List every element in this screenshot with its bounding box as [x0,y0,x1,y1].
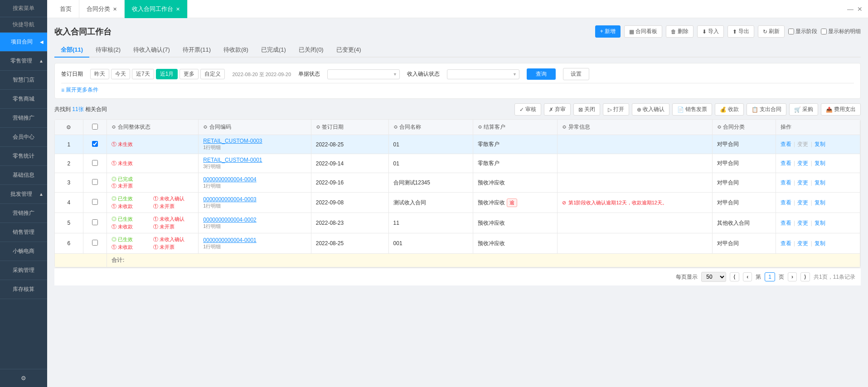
close-icon[interactable]: ✕ [857,5,863,13]
row-checkbox[interactable] [92,179,98,185]
op-复制[interactable]: 复制 [815,179,825,186]
row-checkbox-cell[interactable] [83,193,107,213]
sidebar-item-sales-mgmt[interactable]: 销售管理 [0,223,47,242]
tab-contract-category[interactable]: 合同分类 ✕ [79,0,125,18]
filter-tab-closed[interactable]: 已关闭(0) [292,43,330,58]
date-btn-custom[interactable]: 自定义 [200,69,225,79]
sales-invoice-btn[interactable]: 📄 销售发票 [672,103,712,116]
show-detail-checkbox[interactable]: 显示标的明细 [821,28,861,35]
select-all-checkbox[interactable] [92,124,98,130]
filter-tab-pending-review[interactable]: 待审核(2) [89,43,127,58]
sidebar-item-member[interactable]: 会员中心 [0,128,47,147]
row-code[interactable]: RETAIL_CUSTOM-00031行明细 [199,135,311,154]
first-page-btn[interactable]: ⟨ [730,272,739,281]
import-button[interactable]: ⬇ 导入 [697,25,724,38]
sidebar-item-retail-stats[interactable]: 零售统计 [0,147,47,166]
op-变更[interactable]: 变更 [797,141,808,147]
sidebar-search[interactable]: 搜索菜单 [0,0,47,17]
add-button[interactable]: + 新增 [595,25,621,38]
query-button[interactable]: 查询 [527,68,556,80]
col-header-check[interactable] [83,120,107,135]
op-复制[interactable]: 复制 [815,240,825,247]
expense-contract-btn[interactable]: 📋 支出合同 [747,103,786,116]
contract-code-link[interactable]: RETAIL_CUSTOM-0003 [203,138,262,144]
op-复制[interactable]: 复制 [815,160,825,166]
sidebar-item-marketing[interactable]: 营销推广 [0,109,47,128]
show-phase-checkbox[interactable]: 显示阶段 [788,28,817,35]
row-code[interactable]: RETAIL_CUSTOM-00013行明细 [199,154,311,173]
contract-code-link[interactable]: 0000000000004-0002 [203,217,256,223]
date-btn-today[interactable]: 今天 [111,69,130,79]
op-变更[interactable]: 变更 [797,199,808,206]
filter-tab-pending-invoice[interactable]: 待开票(11) [176,43,217,58]
op-复制[interactable]: 复制 [815,141,825,147]
delete-button[interactable]: 🗑 删除 [666,25,693,38]
income-confirm-btn[interactable]: ⊕ 收入确认 [632,103,669,116]
column-settings-icon[interactable]: ⚙ [66,124,71,131]
op-查看[interactable]: 查看 [781,199,791,206]
date-btn-yesterday[interactable]: 昨天 [90,69,109,79]
row-checkbox-cell[interactable] [83,173,107,193]
sidebar-item-retail-mall[interactable]: 零售商城 [0,90,47,109]
contract-board-button[interactable]: ▦ 合同看板 [624,25,662,38]
row-checkbox[interactable] [92,199,98,205]
sidebar-item-retail-mgmt[interactable]: 零售管理 ▲ [0,52,47,71]
sidebar-item-project[interactable]: 项目合同 ◀ [0,33,47,52]
row-code[interactable]: 0000000000004-00011行明细 [199,233,311,254]
sidebar-item-basic-info[interactable]: 基础信息 [0,166,47,185]
contract-code-link[interactable]: 0000000000004-0001 [203,237,256,243]
purchase-btn[interactable]: 🛒 采购 [789,103,818,116]
set-button[interactable]: 设置 [563,68,589,80]
sidebar-item-wholesale-mgmt[interactable]: 批发管理 ▲ [0,185,47,204]
sidebar-quick-nav[interactable]: 快捷导航 [0,17,47,33]
row-checkbox-cell[interactable] [83,135,107,154]
op-查看[interactable]: 查看 [781,179,791,186]
row-code[interactable]: 0000000000004-00031行明细 [199,193,311,213]
income-confirm-select[interactable] [447,69,519,79]
contract-code-link[interactable]: RETAIL_CUSTOM-0001 [203,157,262,163]
tab-income-workbench-close[interactable]: ✕ [176,0,180,18]
row-code[interactable]: 0000000000004-00041行明细 [199,173,311,193]
sidebar-item-purchase-mgmt[interactable]: 采购管理 [0,261,47,280]
tab-home[interactable]: 首页 [53,0,79,18]
sidebar-item-inventory[interactable]: 库存核算 [0,280,47,299]
op-变更[interactable]: 变更 [797,160,808,166]
row-checkbox[interactable] [92,141,98,147]
sidebar-item-smart-store[interactable]: 智慧门店 [0,71,47,90]
op-查看[interactable]: 查看 [781,141,791,147]
row-checkbox-cell[interactable] [83,154,107,173]
row-checkbox[interactable] [92,160,98,166]
row-checkbox-cell[interactable] [83,213,107,233]
row-checkbox[interactable] [92,240,98,246]
filter-tab-changed[interactable]: 已变更(4) [330,43,368,58]
contract-code-link[interactable]: 0000000000004-0004 [203,176,256,183]
op-变更[interactable]: 变更 [797,240,808,247]
date-btn-7days[interactable]: 近7天 [132,69,154,79]
filter-tab-pending-collect[interactable]: 待收款(8) [217,43,255,58]
date-btn-more[interactable]: 更多 [179,69,199,79]
filter-tab-all[interactable]: 全部(11) [54,43,89,58]
sidebar-settings[interactable]: ⚙ [0,369,47,387]
prev-page-btn[interactable]: ‹ [743,272,752,281]
doc-status-select[interactable] [327,69,400,79]
abandon-review-button[interactable]: ✗ 弃审 [544,103,571,116]
tab-income-workbench[interactable]: 收入合同工作台 ✕ [125,0,188,18]
op-复制[interactable]: 复制 [815,199,825,206]
tab-contract-category-close[interactable]: ✕ [113,0,117,18]
next-page-btn[interactable]: › [788,272,797,281]
collect-btn[interactable]: 💰 收款 [715,103,744,116]
refresh-button[interactable]: ↻ 刷新 [758,25,785,38]
date-btn-1month[interactable]: 近1月 [156,69,178,79]
op-复制[interactable]: 复制 [815,220,825,226]
review-button[interactable]: ✓ 审核 [514,103,541,116]
filter-tab-done[interactable]: 已完成(1) [255,43,292,58]
minimize-icon[interactable]: — [847,5,853,13]
close-button[interactable]: ⊠ 关闭 [573,103,600,116]
contract-code-link[interactable]: 0000000000004-0003 [203,196,256,203]
op-查看[interactable]: 查看 [781,160,791,166]
filter-tab-pending-confirm[interactable]: 待收入确认(7) [127,43,176,58]
op-查看[interactable]: 查看 [781,220,791,226]
col-header-settings[interactable]: ⚙ [55,120,83,135]
op-变更[interactable]: 变更 [797,179,808,186]
op-查看[interactable]: 查看 [781,240,791,247]
